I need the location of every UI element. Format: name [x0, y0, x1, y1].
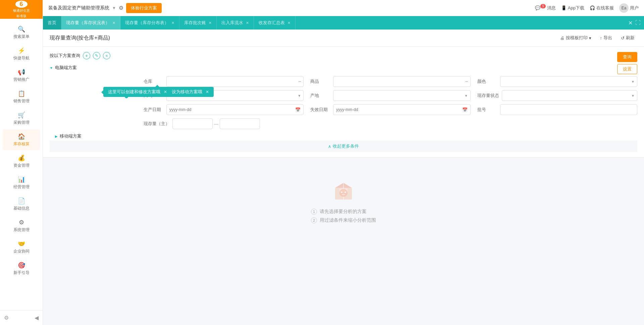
warehouse-input[interactable]: [169, 79, 297, 84]
color-select[interactable]: [500, 76, 637, 87]
export-btn[interactable]: ↑ 导出: [597, 34, 615, 42]
tab-home[interactable]: 首页: [43, 16, 61, 30]
add-scheme-btn[interactable]: +: [83, 52, 90, 59]
color-label: 颜色: [477, 78, 497, 85]
tab-batch-account[interactable]: 库存批次账 ✕: [179, 16, 217, 30]
industry-btn[interactable]: 体验行业方案: [126, 3, 162, 13]
collapse-sidebar-btn[interactable]: ◀: [35, 315, 39, 321]
page-header: 现存量查询(按仓库+商品) 🖨 按模板打印 ▾ ↑ 导出 ↺ 刷新: [43, 30, 644, 47]
reset-btn[interactable]: 设置: [617, 64, 637, 74]
tab-inventory-status[interactable]: 现存量（库存状况表） ✕: [61, 16, 120, 30]
sidebar-item-newbie[interactable]: 🎯 新手引导: [3, 258, 40, 279]
back-scheme-btn[interactable]: «: [103, 52, 110, 59]
sidebar: 6 畅通好生意 标准版 🔍 搜索菜单 ⚡ 快捷导航 📢 营销推广 📋 销售管理 …: [0, 0, 43, 325]
empty-step-1-text: 请先选择要分析的方案: [320, 209, 367, 215]
finance-icon: 💰: [18, 154, 25, 162]
tab-inventory-status-label: 现存量（库存状况表）: [66, 20, 110, 26]
app-download-btn[interactable]: 📱 App下载: [561, 5, 584, 11]
user-label: 用户: [630, 5, 639, 11]
print-dropdown-icon[interactable]: ▾: [589, 36, 591, 41]
phone-icon: 📱: [561, 5, 567, 10]
user-btn[interactable]: Ea 用户: [619, 3, 639, 13]
goods-input[interactable]: [336, 79, 464, 84]
goods-dots-icon[interactable]: ···: [465, 78, 467, 85]
edit-scheme-btn[interactable]: ✎: [93, 52, 100, 59]
exp-calendar-icon[interactable]: 📅: [462, 107, 468, 112]
warehouse-dots-icon[interactable]: ···: [298, 78, 301, 85]
header-left: 装备及固定资产辅助管理系统 ▼ ⚙ 体验行业方案: [48, 3, 162, 13]
sidebar-item-marketing[interactable]: 📢 营销推广: [3, 65, 40, 86]
refresh-btn[interactable]: ↺ 刷新: [618, 34, 637, 42]
online-support-btn[interactable]: 🎧 在线客服: [590, 5, 614, 11]
app-name: 装备及固定资产辅助管理系统: [48, 5, 109, 11]
sidebar-item-operations[interactable]: 📊 经营管理: [3, 172, 40, 193]
scheme-tooltip-text: 这里可以创建和修改方案哦: [108, 89, 160, 95]
notice-btn[interactable]: 💬 9 消息: [535, 5, 556, 11]
scheme-mobile-item: ▶ 移动端方案: [50, 132, 637, 141]
tab-close-receive-summary[interactable]: ✕: [287, 21, 290, 25]
tab-close-inventory-dist[interactable]: ✕: [171, 21, 174, 25]
batch-label: 批号: [477, 107, 497, 113]
sidebar-item-sales[interactable]: 📋 销售管理: [3, 87, 40, 107]
tab-receive-summary-label: 收发存汇总表: [259, 20, 285, 26]
refresh-icon: ↺: [621, 36, 625, 41]
tab-inout-flow[interactable]: 出入库流水 ✕: [217, 16, 254, 30]
export-icon: ↑: [600, 36, 602, 41]
mfg-date-wrapper: 📅: [166, 104, 304, 115]
query-btn[interactable]: 查询: [617, 52, 637, 62]
batch-input[interactable]: [500, 104, 637, 115]
stock-qty-min[interactable]: [172, 118, 213, 129]
tab-inventory-dist[interactable]: 现存量（库存分布表） ✕: [120, 16, 179, 30]
enterprise-icon: 🤝: [18, 240, 25, 248]
avatar: Ea: [619, 3, 629, 13]
scheme-tooltip-close[interactable]: ✕: [164, 90, 167, 94]
tab-receive-summary[interactable]: 收发存汇总表 ✕: [254, 16, 296, 30]
sidebar-item-enterprise[interactable]: 🤝 企业协同: [3, 237, 40, 258]
origin-select[interactable]: [333, 90, 470, 101]
inventory-icon: 🏠: [18, 133, 25, 140]
sidebar-item-quick-nav[interactable]: ⚡ 快捷导航: [3, 44, 40, 64]
tab-close-inventory-status[interactable]: ✕: [112, 21, 115, 25]
settings-btn[interactable]: ⚙: [119, 5, 123, 11]
sidebar-item-label: 采购管理: [13, 120, 30, 125]
search-label: 按以下方案查询: [50, 53, 80, 59]
scheme-item-mobile[interactable]: ▶ 移动端方案: [50, 132, 637, 141]
collapse-label: 收起更多条件: [333, 143, 359, 149]
tab-home-label: 首页: [48, 20, 56, 26]
tab-close-inout-flow[interactable]: ✕: [246, 21, 249, 25]
sidebar-item-label: 快捷导航: [13, 55, 30, 61]
stock-qty-max[interactable]: [220, 118, 260, 129]
app-dropdown-btn[interactable]: ▼: [112, 6, 116, 10]
tab-fullscreen-btn[interactable]: ⛶: [635, 20, 641, 26]
warehouse-label: 仓库: [144, 78, 164, 85]
scheme-item-pc[interactable]: ▼ 电脑端方案: [50, 63, 637, 72]
stock-status-select[interactable]: [502, 90, 637, 101]
batch-field: 批号: [477, 104, 637, 115]
sidebar-item-basic[interactable]: 📄 基础信息: [3, 194, 40, 215]
settings-icon[interactable]: ⚙: [4, 315, 9, 321]
operations-icon: 📊: [18, 176, 25, 183]
mfg-date-input[interactable]: [169, 107, 294, 112]
search-panel-header: 按以下方案查询 + ✎ «: [50, 52, 637, 59]
tooltip-close-btn[interactable]: ✕: [206, 90, 209, 94]
sidebar-item-inventory[interactable]: 🏠 库存核算: [3, 129, 40, 150]
print-icon: 🖨: [560, 36, 565, 41]
stock-qty-field: 现存量（主） —: [144, 118, 260, 129]
range-separator: —: [214, 121, 218, 126]
scheme-arrow-icon: ▼: [50, 66, 53, 70]
sidebar-nav: 🔍 搜索菜单 ⚡ 快捷导航 📢 营销推广 📋 销售管理 🛒 采购管理 🏠 库存核…: [0, 19, 43, 310]
tab-close-all-btn[interactable]: ✕: [628, 20, 633, 26]
sidebar-item-system[interactable]: ⚙ 系统管理: [3, 215, 40, 236]
search-grid-row1: 仓库 ··· 商品 ··· 颜色: [144, 76, 637, 87]
exp-date-input[interactable]: [336, 107, 461, 112]
sidebar-item-finance[interactable]: 💰 资金管理: [3, 151, 40, 172]
sidebar-item-label: 系统管理: [13, 227, 30, 233]
mfg-calendar-icon[interactable]: 📅: [295, 107, 301, 112]
sidebar-item-search[interactable]: 🔍 搜索菜单: [3, 22, 40, 43]
print-btn[interactable]: 🖨 按模板打印 ▾: [557, 34, 594, 42]
sidebar-item-purchase[interactable]: 🛒 采购管理: [3, 108, 40, 129]
tab-close-batch-account[interactable]: ✕: [209, 21, 212, 25]
empty-step-1: 1 请先选择要分析的方案: [311, 209, 376, 215]
btn-group-vertical: 查询 设置: [617, 52, 637, 74]
collapse-bar[interactable]: ∧ 收起更多条件: [50, 141, 637, 152]
